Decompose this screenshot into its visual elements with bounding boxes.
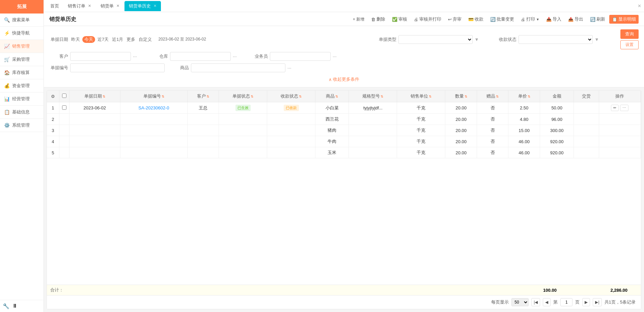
warehouse-ellipsis[interactable]: ··· [233,54,237,59]
cell-actions[interactable]: ✏ ⋯ [599,102,641,114]
delete-button[interactable]: 🗑 删除 [368,15,388,24]
cell-date [69,136,120,147]
sort-qty[interactable]: 数量 ⇅ [455,93,467,99]
sidebar-item-operations[interactable]: 📊 经营管理 [0,93,44,106]
salesperson-input[interactable] [270,52,331,61]
sidebar-item-finance[interactable]: 💰 资金管理 [0,79,44,93]
audit-print-button[interactable]: 🖨 审核并打印 [411,15,444,24]
shortcut-1month[interactable]: 近1月 [111,36,124,43]
sidebar-item-purchase-mgmt[interactable]: 🛒 采购管理 [0,53,44,66]
sort-number[interactable]: 单据编号 ⇅ [143,93,164,99]
cell-checkbox[interactable] [59,136,69,147]
sidebar-pause-icon[interactable]: ⏸ [12,303,18,309]
goods-ellipsis[interactable]: ··· [287,65,291,71]
edit-button[interactable]: ✏ [611,105,619,111]
tab-close-sales-history[interactable]: ✕ [153,4,157,8]
cell-number[interactable] [120,147,188,158]
shortcut-more[interactable]: 更多 [125,36,136,43]
sidebar-tool-icon[interactable]: 🔧 [3,303,9,309]
cell-price: 46.00 [508,147,540,158]
warehouse-input[interactable] [170,52,231,61]
first-page-button[interactable]: |◀ [531,298,540,306]
goods-input[interactable] [191,63,285,72]
cell-gift: 否 [477,147,508,158]
shortcut-7days[interactable]: 近7天 [96,36,110,43]
show-detail-button[interactable]: 📋 显示明细 [609,15,639,24]
sidebar-item-sys-mgmt[interactable]: ⚙️ 系统管理 [0,119,44,132]
sort-customer[interactable]: 客户 ⇅ [197,93,209,99]
next-page-button[interactable]: ▶ [582,298,590,306]
th-checkbox[interactable] [59,90,69,102]
sidebar-item-basic-info[interactable]: 📋 基础信息 [0,106,44,119]
select-all-checkbox[interactable] [62,94,66,98]
customer-input[interactable] [70,52,131,61]
cell-actions[interactable] [599,125,641,136]
sidebar-item-quick-nav[interactable]: ⚡ 快捷导航 [0,27,44,40]
tab-sales-goods[interactable]: 销货单 ✕ [96,1,124,11]
tab-sales-history[interactable]: 销货单历史 ✕ [124,1,161,11]
salesperson-ellipsis[interactable]: ··· [333,54,337,59]
customer-ellipsis[interactable]: ··· [133,54,137,59]
cell-checkbox[interactable] [59,147,69,158]
new-button[interactable]: + 新增 [350,15,367,24]
shortcut-yesterday[interactable]: 昨天 [70,36,81,43]
cell-price: 46.00 [508,136,540,147]
batch-change-button[interactable]: 🔄 批量变更 [487,15,517,24]
shortcut-today[interactable]: 今天 [82,36,95,43]
tab-home[interactable]: 首页 [47,1,63,11]
cell-pay-status: 已收款 [267,102,315,114]
settings-button[interactable]: 设置 [620,40,639,49]
sort-pay-status[interactable]: 收款状态 ⇅ [281,93,302,99]
sidebar-item-search-menu[interactable]: 🔍 搜索菜单 [0,14,44,27]
refresh-button[interactable]: 🔃 刷新 [587,15,608,24]
cell-amount: 920.00 [540,147,574,158]
sort-unit[interactable]: 销售单位 ⇅ [411,93,431,99]
shortcut-custom[interactable]: 自定义 [138,36,153,43]
cell-checkbox[interactable] [59,102,69,114]
cell-number[interactable] [120,136,188,147]
doc-number-input[interactable] [70,63,165,72]
abandon-button[interactable]: ↩ 弃审 [445,15,464,24]
export-button[interactable]: 📤 导出 [565,15,586,24]
cell-number[interactable] [120,114,188,125]
cell-checkbox[interactable] [59,114,69,125]
sort-price[interactable]: 单价 ⇅ [518,93,530,99]
query-button[interactable]: 查询 [620,29,639,39]
payment-status-select[interactable] [519,35,593,44]
cell-checkbox[interactable] [59,125,69,136]
last-page-button[interactable]: ▶| [593,298,601,306]
sort-price-icon: ⇅ [528,95,530,98]
collect-button[interactable]: 💳 收款 [466,15,486,24]
doc-number-link[interactable]: SA-20230602-0 [138,105,169,110]
th-settings[interactable]: ⚙ [47,90,59,102]
sort-date[interactable]: 单据日期 ⇅ [84,93,105,99]
print-button[interactable]: 🖨 打印 ▼ [518,15,542,24]
cell-date: 2023-06-02 [69,102,120,114]
more-button[interactable]: ⋯ [620,105,628,111]
sidebar-item-inventory[interactable]: 🏠 库存核算 [0,66,44,79]
sort-spec[interactable]: 规格型号 ⇅ [362,93,383,99]
tab-sales-order[interactable]: 销售订单 ✕ [63,1,95,11]
cell-number[interactable] [120,125,188,136]
cell-doc-status [219,147,267,158]
page-size-select[interactable]: 20 50 100 [511,298,529,306]
sort-gift[interactable]: 赠品 ⇅ [486,93,499,99]
doc-type-select[interactable] [398,35,473,44]
page-number-input[interactable] [560,298,572,306]
tab-bar-close-all[interactable]: ✕ [638,3,641,8]
audit-button[interactable]: ✅ 审核 [389,15,410,24]
sidebar-item-sales-mgmt[interactable]: 📈 销售管理 [0,40,44,53]
sort-goods[interactable]: 商品 ⇅ [326,93,338,99]
collapse-button[interactable]: ∧ 收起更多条件 [49,75,639,84]
cell-number[interactable]: SA-20230602-0 [120,102,188,114]
cell-actions[interactable] [599,147,641,158]
th-actions: 操作 [599,90,641,102]
row-checkbox[interactable] [62,105,66,110]
cell-actions[interactable] [599,114,641,125]
cell-actions[interactable] [599,136,641,147]
tab-close-sales-goods[interactable]: ✕ [116,4,119,8]
tab-close-sales-order[interactable]: ✕ [88,4,91,8]
sort-doc-status[interactable]: 单据状态 ⇅ [232,93,253,99]
prev-page-button[interactable]: ◀ [543,298,551,306]
import-button[interactable]: 📥 导入 [543,15,564,24]
